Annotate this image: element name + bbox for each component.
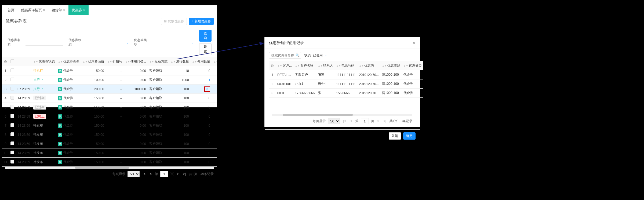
checkbox-all[interactable] — [10, 59, 14, 63]
last-page-icon[interactable]: >| — [182, 172, 187, 176]
table-row[interactable]: 4 14 23:59 已过期 代代金券 150.00 -- 0.00 客户领取 … — [2, 94, 217, 103]
table-row[interactable]: 5 14 23:59 已过期 代代金券 150.00 -- 0.00 客户领取 … — [2, 103, 217, 112]
first-page-icon[interactable]: |< — [142, 172, 147, 176]
per-page-select[interactable]: 50 — [328, 118, 340, 124]
row-cust-no: RETAIL... — [276, 70, 293, 79]
row-check[interactable] — [9, 130, 16, 139]
col-use[interactable]: ▲▼使用数量 — [212, 57, 217, 66]
col-face[interactable]: ▲▼优惠券面值 — [81, 57, 106, 66]
col-contact[interactable]: ▲▼联系人 — [316, 61, 334, 70]
table-row[interactable]: 1 RETAIL... 零散客户 张三 11111111111 2019120 … — [269, 70, 423, 79]
ok-button[interactable]: 确定 — [403, 132, 416, 140]
distribute-button[interactable]: ⊞ 发放优惠券 — [161, 18, 187, 25]
table-row[interactable]: 6 14 23:59 已终止 代代金券 150.00 -- 0.00 客户领取 … — [2, 112, 217, 121]
table-row[interactable]: 3 07 23:59 执行中 代代金券 200.00 -- 1000.00 客户… — [2, 85, 217, 94]
checkbox[interactable] — [10, 160, 14, 163]
table-row[interactable]: 3 0001 17666666666 张 156 6666 ... 201912… — [269, 89, 423, 98]
col-topic[interactable]: ▲▼优惠主题 — [380, 61, 402, 70]
table-row[interactable]: 1 待执行 代代金券 50.00 -- 0.00 客户领取 10 0 0 ↗ ⠿ — [2, 66, 217, 75]
add-coupon-button[interactable]: + 新增优惠券 — [189, 18, 214, 25]
row-check[interactable] — [9, 139, 16, 148]
filter-name-input[interactable] — [26, 39, 63, 46]
row-check[interactable] — [9, 103, 16, 112]
pagination-total: 共1页，49条记录 — [189, 172, 214, 176]
col-cust-name[interactable]: ▲▼客户名称 — [293, 61, 316, 70]
col-claim[interactable]: ▲▼领用数量 — [191, 57, 212, 66]
row-status: 已过期 — [32, 103, 56, 112]
row-check[interactable] — [9, 158, 16, 167]
checkbox[interactable] — [10, 151, 14, 154]
table-row[interactable]: 2 执行中 代代金券 100.00 -- 0.00 客户领取 1000 1 0 … — [2, 75, 217, 85]
table-row[interactable]: 2 00010001 北京1 唐先生 11111111111 2019120 7… — [269, 79, 423, 89]
col-status[interactable]: ▲▼优惠券状态 — [32, 57, 56, 66]
page-input[interactable] — [160, 171, 168, 177]
modal-horizontal-scrollbar[interactable] — [272, 114, 412, 116]
scrollbar-thumb[interactable] — [75, 167, 129, 169]
col-code[interactable]: ▲▼优惠码 — [358, 61, 380, 70]
row-check[interactable] — [9, 85, 16, 94]
next-page-icon[interactable]: > — [376, 119, 380, 123]
row-check[interactable] — [9, 112, 16, 121]
cancel-button[interactable]: 取消 — [389, 132, 401, 140]
horizontal-scrollbar[interactable] — [5, 167, 214, 169]
checkbox[interactable] — [10, 114, 14, 118]
tab-detail[interactable]: 优惠券详情页✕ — [18, 5, 48, 15]
status-value[interactable]: 已使用 — [313, 53, 323, 58]
claim-qty-link[interactable]: 1 — [209, 78, 210, 82]
table-row[interactable]: 8 14 23:59 待发布 代代金券 150.00 -- 0.00 客户领取 … — [2, 130, 217, 139]
tab-coupon[interactable]: 优惠券✕ — [68, 5, 89, 15]
checkbox[interactable] — [10, 141, 14, 145]
col-method[interactable]: ▲▼发放方式 — [148, 57, 169, 66]
table-scroll[interactable]: ⚙ ▲▼优惠券状态 ▲▼优惠券类型 ▲▼优惠券面值 ▲▼折扣% ▲▼使用门槛..… — [2, 57, 217, 167]
col-gear[interactable]: ⚙ — [2, 57, 9, 66]
checkbox[interactable] — [10, 78, 14, 81]
col-check[interactable] — [9, 57, 16, 66]
search-icon[interactable]: 🔍 — [296, 53, 300, 57]
prev-page-icon[interactable]: < — [149, 172, 153, 176]
table-row[interactable]: 9 14 23:59 待发布 代代金券 150.00 -- 0.00 客户领取 … — [2, 139, 217, 148]
row-check[interactable] — [9, 148, 16, 158]
filter-type-select[interactable] — [152, 39, 190, 46]
search-input[interactable] — [271, 53, 296, 57]
col-phone[interactable]: ▲▼电话号码 — [334, 61, 357, 70]
row-check[interactable] — [9, 66, 16, 75]
checkbox[interactable] — [10, 132, 14, 136]
claim-qty-link[interactable]: 3 — [204, 86, 210, 92]
per-page-select[interactable]: 50 — [128, 171, 140, 177]
col-discount[interactable]: ▲▼折扣% — [106, 57, 124, 66]
next-page-icon[interactable]: > — [176, 172, 180, 176]
col-issue[interactable]: ▲▼发行数量 — [169, 57, 191, 66]
checkbox[interactable] — [10, 96, 14, 100]
scrollbar-thumb[interactable] — [283, 114, 353, 116]
table-row[interactable]: 10 14 23:59 待发布 代代金券 150.00 -- 0.00 客户领取… — [2, 148, 217, 158]
checkbox[interactable] — [10, 68, 14, 72]
tab-sales[interactable]: 销货单✕ — [48, 5, 68, 15]
page-input[interactable] — [361, 118, 369, 124]
checkbox[interactable] — [10, 123, 14, 127]
query-button[interactable]: 查询 — [199, 30, 212, 42]
col-gear[interactable]: ⚙ — [269, 61, 276, 70]
tab-home[interactable]: 首页 — [4, 5, 18, 15]
table-row[interactable]: 11 14 23:59 待发布 代代金券 150.00 -- 0.00 客户领取… — [2, 158, 217, 167]
close-icon[interactable]: ✕ — [63, 9, 65, 12]
row-type: 代金券 — [402, 89, 423, 98]
row-check[interactable] — [9, 121, 16, 130]
row-check[interactable] — [9, 94, 16, 103]
table-row[interactable]: 7 14 23:59 待发布 代代金券 150.00 -- 0.00 客户领取 … — [2, 121, 217, 130]
first-page-icon[interactable]: |< — [342, 119, 347, 123]
setting-button[interactable]: 设置 — [199, 43, 212, 55]
last-page-icon[interactable]: >| — [383, 119, 387, 123]
prev-page-icon[interactable]: < — [349, 119, 353, 123]
checkbox[interactable] — [10, 87, 14, 90]
close-icon[interactable]: ✕ — [83, 9, 85, 12]
col-type[interactable]: ▲▼优惠券类型 — [56, 57, 81, 66]
close-icon[interactable]: ✕ — [412, 41, 416, 45]
filter-status-select[interactable] — [87, 39, 124, 46]
close-icon[interactable]: ✕ — [43, 9, 45, 12]
row-check[interactable] — [9, 75, 16, 85]
checkbox[interactable] — [10, 105, 14, 109]
row-claim: 3 — [191, 85, 212, 94]
col-threshold[interactable]: ▲▼使用门槛... — [123, 57, 148, 66]
col-type[interactable]: ▲▼优惠券类 — [402, 61, 423, 70]
col-cust-no[interactable]: ▲▼客户... — [276, 61, 293, 70]
